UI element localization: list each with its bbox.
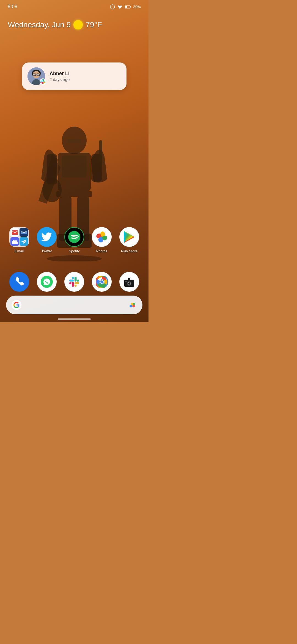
dock-row [6,272,143,292]
svg-rect-25 [37,74,40,76]
svg-rect-4 [56,191,92,197]
status-time: 9:06 [8,4,17,10]
phone-icon-svg [14,277,24,287]
status-icons: 39% [110,4,141,9]
svg-rect-37 [128,278,130,280]
date-text: Wednesday, Jun 9 [8,20,71,29]
camera-icon-svg [123,276,135,288]
discord-cell [10,237,19,246]
svg-rect-42 [125,281,127,282]
app-item-photos[interactable]: Photos [89,227,114,253]
notif-slack-badge [40,78,46,85]
fastmail-cell [20,228,28,237]
twitter-bird-icon [41,232,52,242]
notif-content: Abner Li 2 days ago [50,71,121,82]
notif-avatar-wrapper [28,67,45,85]
photos-icon [92,227,112,247]
telegram-icon [21,239,27,244]
playstore-logo-icon [123,230,135,244]
slack-dock-icon-svg [68,276,80,288]
svg-point-47 [133,303,135,305]
fastmail-icon [21,231,27,234]
sun-icon [73,20,83,29]
app-item-spotify[interactable]: Spotify [62,227,87,253]
svg-rect-29 [68,276,80,288]
dock-item-phone[interactable] [9,272,29,292]
date-weather-text: Wednesday, Jun 9 79°F [8,20,141,29]
gmail-cell [10,228,19,237]
svg-rect-19 [130,6,131,7]
dock-item-slack[interactable] [64,272,84,292]
dock-item-camera[interactable] [119,272,139,292]
discord-icon [12,239,18,244]
wifi-icon [117,5,123,9]
email-label: Email [15,249,24,253]
playstore-label: Play Store [121,249,138,253]
google-assistant-icon [128,301,137,309]
search-bar[interactable] [6,296,142,314]
status-bar: 9:06 39% [0,0,148,12]
svg-point-34 [100,280,103,283]
notif-timestamp: 2 days ago [50,77,121,82]
svg-rect-24 [33,74,36,76]
svg-point-13 [47,255,102,261]
dock-item-chrome[interactable] [92,272,112,292]
app-item-email[interactable]: Email [7,227,32,253]
gmail-icon [12,230,18,235]
chrome-icon-svg [96,276,108,288]
spotify-label: Spotify [69,249,80,253]
telegram-cell [20,237,28,246]
battery-icon [125,5,131,9]
app-grid: Email Twitter Spotify [0,227,148,256]
svg-rect-3 [62,155,87,178]
svg-point-41 [128,282,129,283]
svg-rect-20 [125,6,127,8]
slack-badge-icon [40,79,45,84]
dock-item-whatsapp[interactable] [37,272,57,292]
google-logo [12,300,21,310]
app-row-1: Email Twitter Spotify [6,227,143,253]
svg-rect-12 [99,140,102,162]
notification-card[interactable]: Abner Li 2 days ago [22,62,127,90]
photos-label: Photos [96,249,107,253]
twitter-icon [37,227,57,247]
temp-text: 79°F [86,20,102,29]
bottom-dock [0,272,148,292]
dnd-icon [110,4,115,9]
spotify-icon [64,227,84,247]
svg-point-10 [42,178,62,202]
app-item-twitter[interactable]: Twitter [34,227,59,253]
home-indicator [58,318,91,320]
svg-marker-16 [118,5,122,9]
spotify-logo-icon [68,231,80,243]
app-item-playstore[interactable]: Play Store [117,227,142,253]
playstore-icon [119,227,139,247]
email-icon [9,227,29,247]
photos-logo-icon [95,230,108,244]
notif-contact-name: Abner Li [50,71,121,77]
whatsapp-icon-svg [41,276,53,288]
date-weather-widget: Wednesday, Jun 9 79°F [0,12,148,29]
battery-percent: 39% [133,5,141,9]
twitter-label: Twitter [42,249,52,253]
svg-rect-1 [67,139,81,143]
